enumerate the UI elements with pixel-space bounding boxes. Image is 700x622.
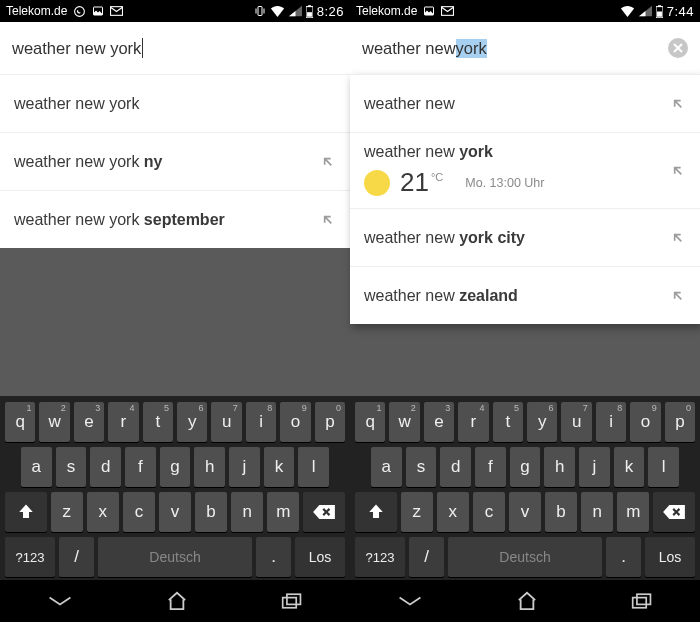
key-period[interactable]: . [256, 537, 291, 577]
key-slash[interactable]: / [59, 537, 94, 577]
nav-home-icon[interactable] [516, 591, 538, 611]
key-n[interactable]: n [231, 492, 263, 532]
gmail-icon [441, 6, 454, 16]
suggestion-item[interactable]: weather new york september [0, 190, 350, 248]
nav-recent-icon[interactable] [631, 592, 653, 610]
key-a[interactable]: a [371, 447, 402, 487]
key-slash[interactable]: / [409, 537, 444, 577]
key-m[interactable]: m [617, 492, 649, 532]
key-l[interactable]: l [298, 447, 329, 487]
key-v[interactable]: v [159, 492, 191, 532]
key-o[interactable]: o9 [280, 402, 310, 442]
signal-icon [639, 5, 652, 17]
key-b[interactable]: b [195, 492, 227, 532]
status-bar: Telekom.de 8:26 [0, 0, 350, 22]
key-go[interactable]: Los [295, 537, 345, 577]
key-g[interactable]: g [510, 447, 541, 487]
key-j[interactable]: j [229, 447, 260, 487]
search-bar[interactable]: weather new york [350, 22, 700, 74]
suggestion-item[interactable]: weather new zealand [350, 266, 700, 324]
key-z[interactable]: z [401, 492, 433, 532]
key-f[interactable]: f [125, 447, 156, 487]
key-j[interactable]: j [579, 447, 610, 487]
key-q[interactable]: q1 [5, 402, 35, 442]
key-symbols[interactable]: ?123 [355, 537, 405, 577]
key-r[interactable]: r4 [458, 402, 488, 442]
insert-arrow-icon[interactable] [670, 163, 686, 179]
key-x[interactable]: x [437, 492, 469, 532]
key-f[interactable]: f [475, 447, 506, 487]
wifi-icon [620, 5, 635, 17]
nav-recent-icon[interactable] [281, 592, 303, 610]
key-l[interactable]: l [648, 447, 679, 487]
search-input: weather new york [12, 38, 143, 58]
key-k[interactable]: k [614, 447, 645, 487]
key-w[interactable]: w2 [39, 402, 69, 442]
key-c[interactable]: c [473, 492, 505, 532]
key-n[interactable]: n [581, 492, 613, 532]
key-h[interactable]: h [544, 447, 575, 487]
suggestion-item[interactable]: weather new york [0, 74, 350, 132]
insert-arrow-icon[interactable] [670, 230, 686, 246]
temperature-value: 21°C [400, 167, 441, 198]
key-q[interactable]: q1 [355, 402, 385, 442]
key-symbols[interactable]: ?123 [5, 537, 55, 577]
suggestion-item[interactable]: weather new york ny [0, 132, 350, 190]
wifi-icon [270, 5, 285, 17]
key-o[interactable]: o9 [630, 402, 660, 442]
key-h[interactable]: h [194, 447, 225, 487]
key-d[interactable]: d [440, 447, 471, 487]
key-d[interactable]: d [90, 447, 121, 487]
key-u[interactable]: u7 [211, 402, 241, 442]
suggestion-item[interactable]: weather new york city [350, 208, 700, 266]
key-k[interactable]: k [264, 447, 295, 487]
key-space[interactable]: Deutsch [448, 537, 602, 577]
key-y[interactable]: y6 [527, 402, 557, 442]
key-i[interactable]: i8 [596, 402, 626, 442]
insert-arrow-icon[interactable] [670, 288, 686, 304]
search-input: weather new york [362, 39, 487, 58]
key-u[interactable]: u7 [561, 402, 591, 442]
key-e[interactable]: e3 [424, 402, 454, 442]
key-s[interactable]: s [56, 447, 87, 487]
key-t[interactable]: t5 [493, 402, 523, 442]
nav-back-icon[interactable] [47, 594, 73, 608]
key-x[interactable]: x [87, 492, 119, 532]
key-v[interactable]: v [509, 492, 541, 532]
insert-arrow-icon[interactable] [320, 154, 336, 170]
nav-back-icon[interactable] [397, 594, 423, 608]
key-b[interactable]: b [545, 492, 577, 532]
key-i[interactable]: i8 [246, 402, 276, 442]
key-backspace[interactable] [653, 492, 695, 532]
key-c[interactable]: c [123, 492, 155, 532]
key-period[interactable]: . [606, 537, 641, 577]
carrier-label: Telekom.de [6, 4, 67, 18]
key-g[interactable]: g [160, 447, 191, 487]
insert-arrow-icon[interactable] [320, 212, 336, 228]
key-z[interactable]: z [51, 492, 83, 532]
nav-home-icon[interactable] [166, 591, 188, 611]
clear-icon[interactable] [668, 38, 688, 58]
key-y[interactable]: y6 [177, 402, 207, 442]
key-r[interactable]: r4 [108, 402, 138, 442]
insert-arrow-icon[interactable] [670, 96, 686, 112]
key-shift[interactable] [355, 492, 397, 532]
key-s[interactable]: s [406, 447, 437, 487]
key-a[interactable]: a [21, 447, 52, 487]
keyboard: q1w2e3r4t5y6u7i8o9p0asdfghjklzxcvbnm?123… [0, 396, 350, 580]
search-bar[interactable]: weather new york [0, 22, 350, 74]
suggestion-item[interactable]: weather new [350, 74, 700, 132]
key-w[interactable]: w2 [389, 402, 419, 442]
key-backspace[interactable] [303, 492, 345, 532]
image-icon [423, 5, 435, 17]
carrier-label: Telekom.de [356, 4, 417, 18]
key-e[interactable]: e3 [74, 402, 104, 442]
key-p[interactable]: p0 [315, 402, 345, 442]
key-space[interactable]: Deutsch [98, 537, 252, 577]
key-p[interactable]: p0 [665, 402, 695, 442]
suggestion-item-rich[interactable]: weather new york 21°C Mo. 13:00 Uhr [350, 132, 700, 208]
key-t[interactable]: t5 [143, 402, 173, 442]
key-m[interactable]: m [267, 492, 299, 532]
key-shift[interactable] [5, 492, 47, 532]
key-go[interactable]: Los [645, 537, 695, 577]
